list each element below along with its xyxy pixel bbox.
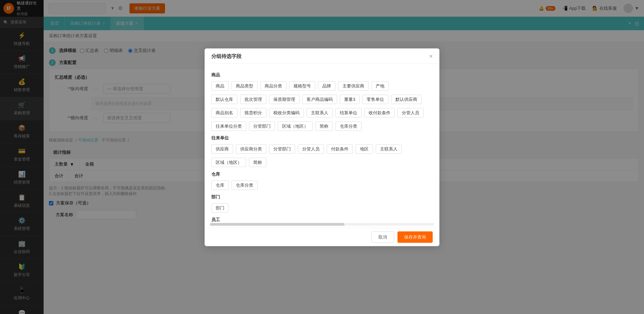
tag-goods-14[interactable]: 商品别名 <box>211 108 237 117</box>
tag-partner-5[interactable]: 地区 <box>356 144 373 153</box>
section-title-goods: 商品 <box>211 72 433 78</box>
tag-goods-19[interactable]: 收付款条件 <box>364 108 395 117</box>
tag-goods-11[interactable]: 重量3 <box>340 95 360 104</box>
tags-row-goods-3: 商品别名 拣货积分 税收分类编码 主联系人 结算单位 收付款条件 分管人员 <box>211 108 433 117</box>
tag-goods-10[interactable]: 客户商品编码 <box>302 95 337 104</box>
tag-partner-0[interactable]: 供应商 <box>211 144 233 153</box>
section-title-staff: 员工 <box>211 216 433 222</box>
tag-goods-2[interactable]: 商品分类 <box>260 81 286 90</box>
tags-row-goods-2: 默认仓库 批次管理 保质期管理 客户商品编码 重量3 零售单位 默认供应商 <box>211 95 433 104</box>
tag-goods-4[interactable]: 品牌 <box>318 81 335 90</box>
tag-goods-18[interactable]: 结算单位 <box>335 108 362 117</box>
tag-dept-0[interactable]: 部门 <box>211 203 229 212</box>
dialog-header: 分组待选字段 × <box>205 48 439 64</box>
tag-goods-21[interactable]: 往来单位分类 <box>211 121 246 131</box>
section-title-warehouse: 仓库 <box>211 171 433 177</box>
horizontal-scrollbar-thumb <box>210 223 344 226</box>
tag-partner-2[interactable]: 分管部门 <box>269 144 295 153</box>
tag-warehouse-0[interactable]: 仓库 <box>211 180 229 190</box>
tag-goods-13[interactable]: 默认供应商 <box>391 95 422 104</box>
tag-partner-6[interactable]: 主联系人 <box>376 144 402 153</box>
dialog-title: 分组待选字段 <box>211 53 241 59</box>
tag-goods-24[interactable]: 简称 <box>315 121 333 131</box>
tag-partner-7[interactable]: 区域（地区） <box>211 158 246 167</box>
tag-goods-25[interactable]: 仓库分类 <box>335 121 362 131</box>
tags-row-goods-4: 往来单位分类 分管部门 区域（地区） 简称 仓库分类 <box>211 121 433 131</box>
tags-row-partner-2: 区域（地区） 简称 <box>211 158 433 167</box>
save-query-button[interactable]: 保存并查询 <box>397 231 433 243</box>
section-title-dept: 部门 <box>211 194 433 200</box>
tag-goods-8[interactable]: 批次管理 <box>240 95 266 104</box>
tag-goods-0[interactable]: 商品 <box>211 81 229 90</box>
tags-row-dept: 部门 <box>211 203 433 212</box>
tag-goods-1[interactable]: 商品类型 <box>231 81 258 90</box>
dialog-horizontal-scrollbar-area <box>205 222 439 228</box>
tag-goods-15[interactable]: 拣货积分 <box>240 108 266 117</box>
tag-goods-3[interactable]: 规格型号 <box>289 81 315 90</box>
tag-goods-6[interactable]: 产地 <box>371 81 389 90</box>
tag-warehouse-1[interactable]: 仓库分类 <box>231 180 258 190</box>
tags-row-partner: 供应商 供应商分类 分管部门 分管人员 付款条件 地区 主联系人 <box>211 144 433 153</box>
dialog-select-fields: 分组待选字段 × 商品 商品 商品类型 商品分类 规格型号 品牌 主要供应商 产… <box>205 48 439 246</box>
section-title-partner: 往来单位 <box>211 135 433 141</box>
tag-goods-17[interactable]: 主联系人 <box>307 108 333 117</box>
tags-row-warehouse: 仓库 仓库分类 <box>211 180 433 190</box>
dialog-footer: 取消 保存并查询 <box>205 228 439 246</box>
tag-goods-20[interactable]: 分管人员 <box>397 108 424 117</box>
tag-partner-1[interactable]: 供应商分类 <box>236 144 266 153</box>
tag-goods-16[interactable]: 税收分类编码 <box>269 108 304 117</box>
tag-partner-8[interactable]: 简称 <box>249 158 266 167</box>
cancel-button[interactable]: 取消 <box>371 231 394 243</box>
dialog-close-icon[interactable]: × <box>429 53 433 59</box>
tag-partner-3[interactable]: 分管人员 <box>298 144 324 153</box>
tag-goods-5[interactable]: 主要供应商 <box>338 81 369 90</box>
tag-goods-7[interactable]: 默认仓库 <box>211 95 237 104</box>
tag-goods-22[interactable]: 分管部门 <box>249 121 275 131</box>
tag-goods-23[interactable]: 区域（地区） <box>278 121 313 131</box>
dialog-horizontal-scrollbar[interactable] <box>210 223 434 226</box>
tags-row-goods: 商品 商品类型 商品分类 规格型号 品牌 主要供应商 产地 <box>211 81 433 90</box>
dialog-body[interactable]: 商品 商品 商品类型 商品分类 规格型号 品牌 主要供应商 产地 默认仓库 批次… <box>205 64 439 222</box>
tag-goods-12[interactable]: 零售单位 <box>362 95 388 104</box>
tag-partner-4[interactable]: 付款条件 <box>327 144 353 153</box>
tag-goods-9[interactable]: 保质期管理 <box>269 95 300 104</box>
